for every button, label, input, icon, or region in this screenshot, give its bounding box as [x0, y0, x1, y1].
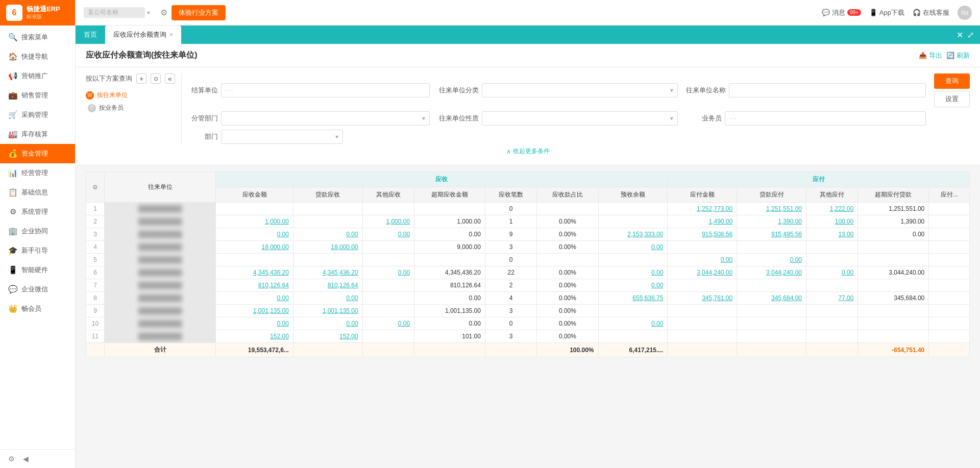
ar-other-cell[interactable]	[362, 254, 414, 266]
ap-amount-cell[interactable]: 1,490.00	[668, 215, 737, 228]
ap-amount-cell[interactable]: 1,252,773.00	[668, 203, 737, 215]
ar-amount-cell[interactable]: 1,000.00	[216, 215, 293, 228]
dept-input[interactable]: ▾	[221, 130, 343, 144]
tab-fullscreen-icon[interactable]: ⤢	[967, 30, 974, 40]
ar-prepay-cell[interactable]: 655,636.75	[598, 292, 668, 305]
ar-prepay-cell[interactable]: 0.00	[598, 241, 668, 254]
ar-amount-cell[interactable]: 4,345,436.20	[216, 266, 293, 279]
ap-other-cell[interactable]: 0.00	[806, 266, 858, 279]
sidebar-item-basic[interactable]: 📋 基础信息	[0, 183, 75, 202]
ar-amount-cell[interactable]: 152.00	[216, 330, 293, 343]
ap-loan-cell[interactable]: 1,390.00	[737, 215, 806, 228]
ap-other-cell[interactable]: 1,222.00	[806, 203, 858, 215]
ap-other-cell[interactable]	[806, 305, 858, 317]
ar-loan-cell[interactable]	[293, 254, 362, 266]
ar-loan-cell[interactable]: 0.00	[293, 228, 362, 241]
ap-amount-cell[interactable]	[668, 330, 737, 343]
sidebar-item-member[interactable]: 👑 畅会员	[0, 299, 75, 318]
tab-close-window-icon[interactable]: ✕	[957, 30, 963, 40]
refresh-btn[interactable]: 🔄 刷新	[946, 51, 970, 60]
unit-category-input[interactable]: ▾	[482, 83, 678, 97]
ap-amount-cell[interactable]	[668, 279, 737, 292]
scheme-active[interactable]: W 按往来单位	[86, 89, 175, 102]
ap-loan-cell[interactable]	[737, 330, 806, 343]
ap-loan-cell[interactable]	[737, 241, 806, 254]
ap-loan-cell[interactable]	[737, 305, 806, 317]
query-btn[interactable]: 查询	[934, 73, 970, 89]
ar-amount-cell[interactable]: 18,000.00	[216, 241, 293, 254]
ar-other-cell[interactable]	[362, 292, 414, 305]
settlement-unit-input[interactable]: ···	[221, 83, 430, 97]
ar-amount-cell[interactable]	[216, 203, 293, 215]
ar-other-cell[interactable]	[362, 279, 414, 292]
ar-loan-cell[interactable]	[293, 215, 362, 228]
settings-gear-icon[interactable]: ⚙	[160, 8, 167, 17]
ap-loan-cell[interactable]	[737, 279, 806, 292]
ap-amount-cell[interactable]	[668, 241, 737, 254]
ar-amount-cell[interactable]: 0.00	[216, 292, 293, 305]
unit-name-input[interactable]	[729, 83, 926, 97]
ar-loan-cell[interactable]: 18,000.00	[293, 241, 362, 254]
ar-other-cell[interactable]	[362, 241, 414, 254]
ar-prepay-cell[interactable]	[598, 254, 668, 266]
ap-loan-cell[interactable]: 1,251,551.00	[737, 203, 806, 215]
ap-loan-cell[interactable]: 915,495.56	[737, 228, 806, 241]
ap-other-cell[interactable]: 100.00	[806, 215, 858, 228]
ar-other-cell[interactable]: 0.00	[362, 266, 414, 279]
setting-btn[interactable]: 设置	[934, 91, 970, 107]
ar-other-cell[interactable]: 1,000.00	[362, 215, 414, 228]
ap-loan-cell[interactable]: 3,044,240.00	[737, 266, 806, 279]
sidebar-item-purchase[interactable]: 🛒 采购管理	[0, 105, 75, 125]
app-download-btn[interactable]: 📱 App下载	[869, 8, 904, 17]
sidebar-settings-btn[interactable]: ⚙	[8, 455, 15, 463]
filter-prev-btn[interactable]: «	[165, 73, 175, 84]
ap-other-cell[interactable]: 13.00	[806, 228, 858, 241]
ar-other-cell[interactable]	[362, 305, 414, 317]
ap-amount-cell[interactable]: 915,508.56	[668, 228, 737, 241]
ar-amount-cell[interactable]: 0.00	[216, 317, 293, 330]
unit-nature-input[interactable]: ▾	[482, 111, 678, 126]
sidebar-item-hardware[interactable]: 📱 智能硬件	[0, 260, 75, 280]
sidebar-item-quicknav[interactable]: 🏠 快捷导航	[0, 47, 75, 66]
ar-loan-cell[interactable]: 152.00	[293, 330, 362, 343]
sidebar-item-operation[interactable]: 📊 经营管理	[0, 163, 75, 183]
ar-prepay-cell[interactable]: 0.00	[598, 317, 668, 330]
ap-other-cell[interactable]	[806, 317, 858, 330]
ap-other-cell[interactable]: 77.00	[806, 292, 858, 305]
ar-loan-cell[interactable]	[293, 203, 362, 215]
trial-btn[interactable]: 体验行业方案	[172, 5, 226, 20]
ap-other-cell[interactable]	[806, 330, 858, 343]
ap-loan-cell[interactable]: 345,684.00	[737, 292, 806, 305]
ar-loan-cell[interactable]: 0.00	[293, 292, 362, 305]
ap-other-cell[interactable]	[806, 254, 858, 266]
ar-prepay-cell[interactable]	[598, 305, 668, 317]
ap-loan-cell[interactable]	[737, 317, 806, 330]
filter-collapse-btn[interactable]: ∧ 收起更多条件	[86, 144, 970, 159]
scheme-item-staff[interactable]: ⏱ 按业务员	[86, 102, 175, 114]
ar-loan-cell[interactable]: 0.00	[293, 317, 362, 330]
ar-prepay-cell[interactable]: 2,153,333.00	[598, 228, 668, 241]
ar-other-cell[interactable]	[362, 330, 414, 343]
ap-amount-cell[interactable]	[668, 317, 737, 330]
sidebar-item-search[interactable]: 🔍 搜索菜单	[0, 28, 75, 47]
ar-prepay-cell[interactable]	[598, 215, 668, 228]
ar-loan-cell[interactable]: 4,345,436.20	[293, 266, 362, 279]
sidebar-item-system[interactable]: ⚙ 系统管理	[0, 202, 75, 221]
export-btn[interactable]: 📤 导出	[919, 51, 942, 60]
table-settings-icon[interactable]: ⚙	[92, 184, 98, 191]
ar-other-cell[interactable]	[362, 203, 414, 215]
ar-amount-cell[interactable]: 1,001,135.00	[216, 305, 293, 317]
ar-amount-cell[interactable]: 810,126.64	[216, 279, 293, 292]
ar-loan-cell[interactable]: 810,126.64	[293, 279, 362, 292]
ar-prepay-cell[interactable]: 0.00	[598, 279, 668, 292]
ap-amount-cell[interactable]: 0.00	[668, 254, 737, 266]
filter-add-btn[interactable]: +	[136, 73, 146, 84]
sidebar-item-finance[interactable]: 💰 资金管理	[0, 144, 75, 163]
sidebar-item-inventory[interactable]: 🏭 库存核算	[0, 125, 75, 144]
user-profile[interactable]: Rit	[958, 6, 972, 20]
ar-prepay-cell[interactable]	[598, 330, 668, 343]
ap-amount-cell[interactable]	[668, 305, 737, 317]
filter-config-btn[interactable]: ⊙	[151, 73, 161, 84]
sidebar-collapse-btn[interactable]: ◀	[23, 455, 29, 463]
sidebar-item-sales[interactable]: 💼 销售管理	[0, 86, 75, 105]
